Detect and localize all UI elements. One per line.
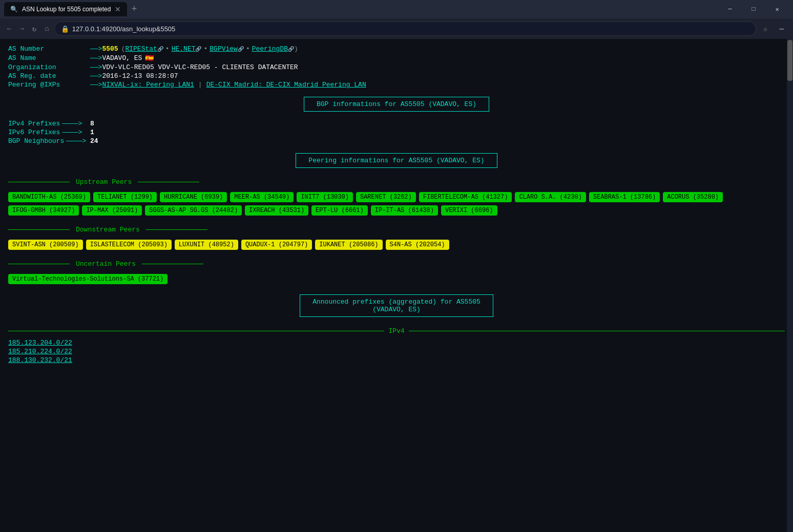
bgp-neighbours-value: 24 xyxy=(90,137,98,145)
upstream-peer-tags: BANDWIDTH-AS (25369)TELIANET (1299)HURRI… xyxy=(8,192,785,216)
reg-date-row: AS Reg. date ——> 2016-12-13 08:28:07 xyxy=(8,72,785,80)
upstream-peer-tag[interactable]: INIT7 (13030) xyxy=(297,192,353,202)
downstream-peer-tag[interactable]: LUXUNIT (48952) xyxy=(175,240,238,250)
peeringdb-link[interactable]: PeeringDB xyxy=(252,45,288,53)
downstream-peer-tag[interactable]: IUKANET (205086) xyxy=(315,240,382,250)
browser-chrome: 🔍 ASN Lookup for 5505 completed ✕ + — □ … xyxy=(0,0,793,39)
new-tab-button[interactable]: + xyxy=(127,4,141,14)
reg-date-label: AS Reg. date xyxy=(8,72,90,80)
ipv4-prefixes-label: IPv4 Prefixes ————> xyxy=(8,120,90,127)
downstream-peer-tags: SVINT-ASN (200509)ISLASTELECOM (205093)L… xyxy=(8,240,785,250)
upstream-peer-tag[interactable]: SARENET (3262) xyxy=(356,192,416,202)
org-row: Organization ——> VDV-VLC-RED05 VDV-VLC-R… xyxy=(8,63,785,71)
divider-line-right3 xyxy=(142,264,203,264)
peering-ixp-row: Peering @IXPs ——> NIXVAL-ix: Peering LAN… xyxy=(8,81,785,89)
bgp-neighbours-label: BGP Neighbours ————> xyxy=(8,137,90,145)
back-button[interactable]: ← xyxy=(4,23,14,35)
address-bar[interactable]: 🔒 127.0.0.1:49200/asn_lookup&5505 xyxy=(54,22,756,36)
menu-button[interactable]: ⋯ xyxy=(775,22,789,36)
downstream-peer-tag[interactable]: QUADUX-1 (204797) xyxy=(241,240,312,250)
reload-button[interactable]: ↻ xyxy=(29,23,39,35)
tab-bar: 🔍 ASN Lookup for 5505 completed ✕ + — □ … xyxy=(0,0,793,18)
upstream-peers-title: Upstream Peers xyxy=(76,178,132,186)
uncertain-peer-tag[interactable]: Virtual-Technologies-Solutions-SA (37721… xyxy=(8,274,168,284)
ipv4-prefix[interactable]: 188.130.232.0/21 xyxy=(8,356,785,364)
divider-line-left xyxy=(8,182,70,182)
upstream-peer-tag[interactable]: TELIANET (1299) xyxy=(93,192,157,202)
as-name-label: AS Name xyxy=(8,54,90,62)
maximize-button[interactable]: □ xyxy=(742,0,765,18)
as-name-row: AS Name ——> VADAVO, ES 🇪🇸 xyxy=(8,54,785,62)
tab-title: ASN Lookup for 5505 completed xyxy=(22,6,111,13)
window-controls: — □ ✕ xyxy=(718,0,789,18)
forward-button[interactable]: → xyxy=(16,23,27,35)
scrollbar-thumb[interactable] xyxy=(787,40,792,81)
bookmarks-button[interactable]: ☆ xyxy=(758,22,773,36)
bgp-section-box: BGP informations for AS5505 (VADAVO, ES) xyxy=(304,97,489,112)
ipv6-prefixes-row: IPv6 Prefixes ————> 1 xyxy=(8,129,785,136)
he-net-link[interactable]: HE.NET xyxy=(172,45,196,53)
ipv4-prefixes-row: IPv4 Prefixes ————> 8 xyxy=(8,120,785,127)
ixp2-link[interactable]: DE-CIX Madrid: DE-CIX Madrid Peering LAN xyxy=(206,81,366,89)
upstream-peer-tag[interactable]: CLARO S.A. (4230) xyxy=(515,192,586,202)
home-button[interactable]: ⌂ xyxy=(41,23,52,35)
bgp-section-header: BGP informations for AS5505 (VADAVO, ES) xyxy=(8,97,785,112)
upstream-peer-tag[interactable]: IXREACH (43531) xyxy=(245,205,308,216)
upstream-peer-tag[interactable]: IFOG-GMBH (34927) xyxy=(8,205,79,216)
ipv4-header: IPv4 xyxy=(8,327,785,335)
upstream-peer-tag[interactable]: IP-IT-AS (61438) xyxy=(371,205,438,216)
minimize-button[interactable]: — xyxy=(718,0,742,18)
upstream-peer-tag[interactable]: ACORUS (35280) xyxy=(663,192,723,202)
upstream-peer-tag[interactable]: SGGS-AS-AP SG.GS (24482) xyxy=(145,205,242,216)
ipv4-prefix[interactable]: 185.210.224.0/22 xyxy=(8,348,785,355)
bgp-neighbours-row: BGP Neighbours ————> 24 xyxy=(8,137,785,145)
upstream-peer-tag[interactable]: FIBERTELECOM-AS (41327) xyxy=(419,192,512,202)
announced-section-header: Announced prefixes (aggregated) for AS55… xyxy=(8,294,785,317)
uncertain-peers-title: Uncertain Peers xyxy=(76,260,136,268)
ixp-links: NIXVAL-ix: Peering LAN1 | DE-CIX Madrid:… xyxy=(102,81,366,89)
uncertain-peer-tags: Virtual-Technologies-Solutions-SA (37721… xyxy=(8,274,785,284)
divider-line-left2 xyxy=(8,229,70,230)
scrollbar-track[interactable] xyxy=(787,39,793,532)
peering-section-box: Peering informations for AS5505 (VADAVO,… xyxy=(296,153,497,168)
reg-date-value: 2016-12-13 08:28:07 xyxy=(102,72,178,80)
as-number-row: AS Number ——> 5505 ( RIPEStat 🔗 • HE.NET… xyxy=(8,45,785,53)
ripestat-link[interactable]: RIPEStat xyxy=(125,45,157,53)
active-tab[interactable]: 🔍 ASN Lookup for 5505 completed ✕ xyxy=(4,2,127,16)
org-value: VDV-VLC-RED05 VDV-VLC-RED05 - CLIENTES D… xyxy=(102,63,298,71)
downstream-peers-divider: Downstream Peers xyxy=(8,226,785,233)
downstream-peer-tag[interactable]: SVINT-ASN (200509) xyxy=(8,240,83,250)
nav-actions: ☆ ⋯ xyxy=(758,22,789,36)
tab-favicon: 🔍 xyxy=(10,6,18,13)
page-content: AS Number ——> 5505 ( RIPEStat 🔗 • HE.NET… xyxy=(0,39,793,532)
ipv4-prefix[interactable]: 185.123.204.0/22 xyxy=(8,339,785,347)
uncertain-peers-section: Uncertain Peers Virtual-Technologies-Sol… xyxy=(8,260,785,284)
ipv4-title: IPv4 xyxy=(388,327,404,335)
upstream-peer-tag[interactable]: HURRICANE (6939) xyxy=(160,192,227,202)
upstream-peer-tag[interactable]: VERIXI (6696) xyxy=(441,205,497,216)
downstream-peer-tag[interactable]: ISLASTELECOM (205093) xyxy=(86,240,172,250)
tab-close-button[interactable]: ✕ xyxy=(115,5,121,13)
upstream-peer-tag[interactable]: EPT-LU (6661) xyxy=(311,205,368,216)
ipv4-section: IPv4 185.123.204.0/22185.210.224.0/22188… xyxy=(8,327,785,364)
downstream-peer-tag[interactable]: S4N-AS (202054) xyxy=(386,240,449,250)
divider-line-right xyxy=(138,182,199,182)
ipv4-prefix-list: 185.123.204.0/22185.210.224.0/22188.130.… xyxy=(8,339,785,364)
ixp1-link[interactable]: NIXVAL-ix: Peering LAN1 xyxy=(102,81,194,89)
as-number-label: AS Number xyxy=(8,45,90,53)
close-button[interactable]: ✕ xyxy=(765,0,789,18)
divider-line-right2 xyxy=(146,229,207,230)
nav-bar: ← → ↻ ⌂ 🔒 127.0.0.1:49200/asn_lookup&550… xyxy=(0,18,793,39)
org-label: Organization xyxy=(8,63,90,71)
downstream-peers-title: Downstream Peers xyxy=(76,226,140,233)
bgpview-link[interactable]: BGPView xyxy=(210,45,238,53)
upstream-peer-tag[interactable]: MEER-AS (34549) xyxy=(230,192,294,202)
announced-section-box: Announced prefixes (aggregated) for AS55… xyxy=(300,294,493,317)
upstream-peer-tag[interactable]: IP-MAX (25091) xyxy=(82,205,142,216)
peering-section-header: Peering informations for AS5505 (VADAVO,… xyxy=(8,153,785,168)
upstream-peer-tag[interactable]: SEABRAS-1 (13786) xyxy=(589,192,660,202)
ipv4-prefixes-value: 8 xyxy=(90,120,94,127)
upstream-peer-tag[interactable]: BANDWIDTH-AS (25369) xyxy=(8,192,90,202)
upstream-peers-divider: Upstream Peers xyxy=(8,178,785,186)
url-text: 127.0.0.1:49200/asn_lookup&5505 xyxy=(72,25,176,33)
